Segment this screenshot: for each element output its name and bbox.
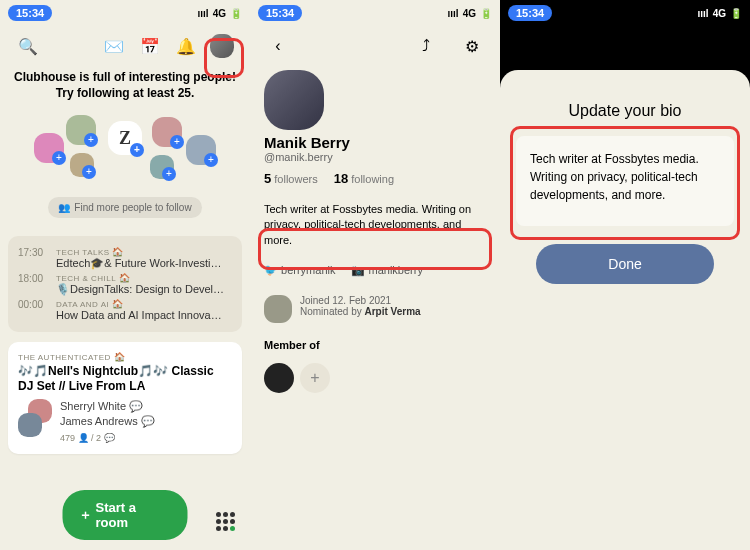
nominated-by: Nominated by Arpit Verma [300, 306, 421, 317]
instagram-icon: 📷 [351, 264, 365, 276]
suggested-avatar[interactable]: + [150, 155, 174, 179]
following-stat[interactable]: 18 following [334, 171, 394, 186]
invites-icon[interactable]: ✉️ [102, 34, 126, 58]
profile-photo[interactable] [264, 70, 324, 130]
schedule-row[interactable]: 18:00 TECH & CHILL 🏠🎙️DesignTalks: Desig… [18, 273, 232, 296]
member-of-clubs: + [250, 359, 500, 397]
plus-icon: + [52, 151, 66, 165]
suggested-avatar[interactable]: + [34, 133, 64, 163]
room-speakers: Sherryl White 💬 James Andrews 💬 479 👤 / … [60, 399, 155, 444]
battery-icon: 🔋 [730, 8, 742, 19]
plus-icon: + [162, 167, 176, 181]
club-avatar[interactable] [264, 363, 294, 393]
schedule-title: How Data and AI Impact Innova… [56, 309, 232, 321]
done-button[interactable]: Done [536, 244, 714, 284]
calendar-icon[interactable]: 📅 [138, 34, 162, 58]
profile-handle: @manik.berry [250, 151, 500, 171]
room-stats: 479 👤 / 2 💬 [60, 432, 155, 445]
follow-suggestion-block: Clubhouse is full of interesting people!… [0, 66, 250, 226]
follow-heading-line1: Clubhouse is full of interesting people! [14, 70, 236, 86]
suggested-avatar[interactable]: + [70, 153, 94, 177]
room-title: 🎶🎵Nell's Nightclub🎵🎶 Classic DJ Set // L… [18, 364, 232, 393]
bio-edit-sheet: Update your bio Tech writer at Fossbytes… [500, 70, 750, 550]
status-time: 15:34 [8, 5, 52, 21]
status-bar: 15:34 ıııl 4G 🔋 [0, 0, 250, 26]
battery-icon: 🔋 [480, 8, 492, 19]
battery-icon: 🔋 [230, 8, 242, 19]
bio-textarea[interactable]: Tech writer at Fossbytes media. Writing … [516, 136, 734, 226]
profile-joined-block: Joined 12. Feb 2021 Nominated by Arpit V… [250, 287, 500, 331]
suggested-avatars: + + Z+ + + + + [14, 107, 236, 187]
plus-icon: + [84, 133, 98, 147]
twitter-link[interactable]: 🐦 berrymanik [264, 264, 335, 277]
add-club-button[interactable]: + [300, 363, 330, 393]
twitter-icon: 🐦 [264, 264, 278, 276]
suggested-avatar[interactable]: + [152, 117, 182, 147]
schedule-title: Edtech🎓& Future Work-Investi… [56, 257, 232, 270]
suggested-avatar[interactable]: + [186, 135, 216, 165]
sheet-title: Update your bio [516, 102, 734, 120]
start-room-button[interactable]: ＋Start a room [63, 490, 188, 540]
profile-bio[interactable]: Tech writer at Fossbytes media. Writing … [250, 196, 500, 254]
profile-stats: 5 followers 18 following [250, 171, 500, 196]
avatar-icon [18, 413, 42, 437]
profile-avatar-button[interactable] [210, 34, 234, 58]
schedule-card[interactable]: 17:30 TECH TALKS 🏠Edtech🎓& Future Work-I… [8, 236, 242, 332]
suggested-avatar[interactable]: Z+ [108, 121, 142, 155]
instagram-link[interactable]: 📷 manikberry [351, 264, 422, 277]
profile-header: ‹ ⤴ ⚙ [250, 26, 500, 66]
notifications-icon[interactable]: 🔔 [174, 34, 198, 58]
schedule-title: 🎙️DesignTalks: Design to Devel… [56, 283, 232, 296]
house-icon: 🏠 [114, 352, 126, 362]
schedule-time: 00:00 [18, 299, 48, 321]
profile-socials: 🐦 berrymanik 📷 manikberry [250, 254, 500, 287]
member-of-label: Member of [250, 331, 500, 359]
edit-bio-screen: 15:34 ıııl 4G 🔋 Update your bio Tech wri… [500, 0, 750, 550]
find-more-people-button[interactable]: 👥Find more people to follow [48, 197, 201, 218]
plus-icon: + [82, 165, 96, 179]
plus-icon: + [130, 143, 144, 157]
settings-gear-icon[interactable]: ⚙ [460, 34, 484, 58]
house-icon: 🏠 [119, 273, 131, 283]
house-icon: 🏠 [112, 299, 124, 309]
plus-icon: ＋ [79, 506, 92, 524]
profile-name: Manik Berry [250, 134, 500, 151]
feed-screen: 15:34 ıııl 4G 🔋 🔍 ✉️ 📅 🔔 Clubhouse is fu… [0, 0, 250, 550]
avatar-icon [210, 34, 234, 58]
status-indicators: ıııl 4G 🔋 [448, 8, 492, 19]
status-indicators: ıııl 4G 🔋 [698, 8, 742, 19]
plus-icon: + [204, 153, 218, 167]
status-time: 15:34 [508, 5, 552, 21]
grid-button[interactable] [216, 510, 238, 532]
search-icon[interactable]: 🔍 [16, 34, 40, 58]
followers-stat[interactable]: 5 followers [264, 171, 318, 186]
status-bar: 15:34 ıııl 4G 🔋 [500, 0, 750, 26]
back-icon[interactable]: ‹ [266, 34, 290, 58]
schedule-row[interactable]: 17:30 TECH TALKS 🏠Edtech🎓& Future Work-I… [18, 247, 232, 270]
plus-icon: + [170, 135, 184, 149]
feed-header: 🔍 ✉️ 📅 🔔 [0, 26, 250, 66]
status-time: 15:34 [258, 5, 302, 21]
status-bar: 15:34 ıııl 4G 🔋 [250, 0, 500, 26]
share-icon[interactable]: ⤴ [414, 34, 438, 58]
suggested-avatar[interactable]: + [66, 115, 96, 145]
room-card[interactable]: THE AUTHENTICATED 🏠 🎶🎵Nell's Nightclub🎵🎶… [8, 342, 242, 454]
nominator-avatar[interactable] [264, 295, 292, 323]
room-host: THE AUTHENTICATED [18, 353, 111, 362]
joined-date: Joined 12. Feb 2021 [300, 295, 421, 306]
schedule-time: 17:30 [18, 247, 48, 270]
house-icon: 🏠 [112, 247, 124, 257]
schedule-row[interactable]: 00:00 DATA AND AI 🏠How Data and AI Impac… [18, 299, 232, 321]
profile-screen: 15:34 ıııl 4G 🔋 ‹ ⤴ ⚙ Manik Berry @manik… [250, 0, 500, 550]
people-icon: 👥 [58, 202, 70, 213]
schedule-time: 18:00 [18, 273, 48, 296]
follow-heading-line2: Try following at least 25. [14, 86, 236, 102]
room-avatars [18, 399, 54, 435]
status-indicators: ıııl 4G 🔋 [198, 8, 242, 19]
